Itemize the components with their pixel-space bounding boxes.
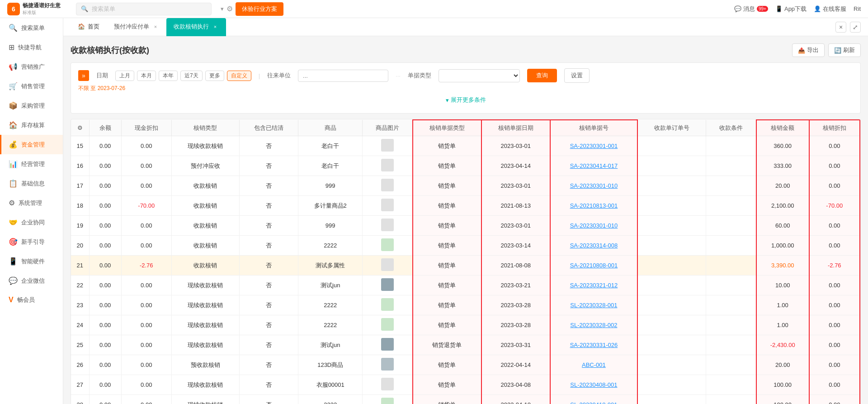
bill-no-link[interactable]: SA-20210813-001 <box>570 202 618 209</box>
table-row: 28 0.00 0.00 现续收款核销 否 2222 销货单 2023-04-1… <box>71 395 860 404</box>
refresh-button[interactable]: 🔄 刷新 <box>828 43 861 57</box>
bill-no-link[interactable]: SA-20230301-010 <box>570 222 618 229</box>
search-bar[interactable]: 🔍 搜索菜单 <box>76 3 212 15</box>
sidebar-item-member[interactable]: V 畅会员 <box>0 290 63 309</box>
tab-expand-button[interactable]: ⤢ <box>850 22 861 33</box>
user-profile[interactable]: Rit <box>854 5 861 12</box>
app-download-button[interactable]: 📱 App下载 <box>775 5 807 13</box>
cell-bill-no[interactable]: SA-20230414-017 <box>550 156 638 176</box>
cell-bill-no[interactable]: SA-20230314-008 <box>550 236 638 256</box>
cell-writeoff-amount: 20.00 <box>756 355 809 375</box>
cell-writeoff-amount: 1,000.00 <box>756 236 809 256</box>
sidebar-item-basic[interactable]: 📋 基础信息 <box>0 174 63 193</box>
cell-bill-report-type: 销货单 <box>413 156 481 176</box>
gear-icon[interactable]: ⚙ <box>226 5 233 13</box>
cell-bill-no[interactable]: SL-20230328-001 <box>550 295 638 315</box>
divider-1: | <box>259 72 260 79</box>
sidebar-item-inventory[interactable]: 🏠 库存核算 <box>0 115 63 135</box>
tab-prepay[interactable]: 预付冲应付单 × <box>107 18 166 36</box>
date-pill-this-year[interactable]: 本年 <box>159 71 178 81</box>
bill-no-link[interactable]: SA-20230321-012 <box>570 282 618 289</box>
messages-button[interactable]: 💬 消息 99+ <box>734 5 768 13</box>
solution-button[interactable]: 休验行业方案 <box>236 2 283 16</box>
sidebar-item-guide[interactable]: 🎯 新手引导 <box>0 232 63 252</box>
cell-bill-no[interactable]: SA-20230301-010 <box>550 216 638 236</box>
cell-bill-no[interactable]: SA-20230301-010 <box>550 176 638 196</box>
col-gear[interactable]: ⚙ <box>71 120 89 136</box>
query-button[interactable]: 查询 <box>527 69 557 82</box>
sidebar-item-hardware[interactable]: 📱 智能硬件 <box>0 252 63 271</box>
sidebar-item-marketing[interactable]: 📢 营销推广 <box>0 57 63 76</box>
cell-bill-date: 2023-03-01 <box>481 176 550 196</box>
tab-prepay-close[interactable]: × <box>152 23 159 30</box>
sidebar-item-business[interactable]: 📊 经营管理 <box>0 154 63 174</box>
cell-bill-no[interactable]: SA-20230321-012 <box>550 276 638 295</box>
tab-close-button[interactable]: × <box>835 22 846 33</box>
cell-bill-no[interactable]: SL-20230328-002 <box>550 315 638 335</box>
cell-writeoff-type: 预付冲应收 <box>171 156 239 176</box>
bill-no-link[interactable]: SA-20230331-026 <box>570 342 618 348</box>
bill-no-link[interactable]: SA-20230301-010 <box>570 182 618 189</box>
sidebar-label-member: 畅会员 <box>17 296 35 304</box>
sidebar-item-system[interactable]: ⚙ 系统管理 <box>0 193 63 213</box>
date-pill-this-month[interactable]: 本月 <box>137 71 156 81</box>
date-pill-more[interactable]: 更多 <box>205 71 224 81</box>
cell-bill-no[interactable]: SA-20210813-001 <box>550 196 638 216</box>
bill-no-link[interactable]: SL-20230328-002 <box>570 322 617 328</box>
cell-included-settled: 否 <box>239 176 298 196</box>
date-pill-last-month[interactable]: 上月 <box>115 71 134 81</box>
collapse-button[interactable]: » <box>78 70 89 81</box>
col-included-settled: 包含已结清 <box>239 120 298 136</box>
cell-bill-no[interactable]: SA-20210808-001 <box>550 256 638 276</box>
tab-home[interactable]: 🏠 首页 <box>71 18 107 36</box>
cell-bill-no[interactable]: SL-20230418-001 <box>550 395 638 404</box>
date-pill-custom[interactable]: 自定义 <box>227 71 251 81</box>
cell-bill-no[interactable]: SA-20230331-026 <box>550 335 638 355</box>
online-service-button[interactable]: 👤 在线客服 <box>814 5 846 13</box>
cell-product: 多计量商品2 <box>298 196 363 216</box>
bill-no-link[interactable]: SL-20230418-001 <box>570 401 617 404</box>
bill-no-link[interactable]: SA-20230414-017 <box>570 162 618 169</box>
settings-button[interactable]: 设置 <box>564 68 590 83</box>
bill-type-select[interactable] <box>439 69 520 82</box>
service-icon: 👤 <box>814 5 821 12</box>
cell-receipt-order-no <box>637 295 706 315</box>
col-writeoff-amount: 核销金额 <box>756 120 809 136</box>
cell-bill-no[interactable]: SA-20230301-001 <box>550 136 638 156</box>
tab-prepay-label: 预付冲应付单 <box>114 23 149 31</box>
sidebar-item-enterprise[interactable]: 🤝 企业协同 <box>0 213 63 232</box>
tab-writeoff[interactable]: 收款核销执行 × <box>166 18 226 36</box>
partner-input[interactable] <box>298 70 388 82</box>
export-button[interactable]: 📤 导出 <box>792 43 825 57</box>
expand-filter-button[interactable]: ▾ 展开更多条件 <box>78 96 853 104</box>
tab-writeoff-close[interactable]: × <box>212 23 219 30</box>
cell-bill-no[interactable]: SL-20230408-001 <box>550 375 638 395</box>
cell-writeoff-discount: 0.00 <box>809 236 860 256</box>
cell-included-settled: 否 <box>239 315 298 335</box>
page-header: 收款核销执行(按收款) 📤 导出 🔄 刷新 <box>71 43 861 57</box>
cell-receipt-condition <box>706 355 756 375</box>
cell-balance: 0.00 <box>89 196 121 216</box>
bill-no-link[interactable]: SA-20230301-001 <box>570 143 618 149</box>
sidebar-item-shortcut[interactable]: ⊞ 快捷导航 <box>0 38 63 57</box>
bill-no-link[interactable]: SA-20230314-008 <box>570 242 618 249</box>
sidebar-item-finance[interactable]: 💰 资金管理 <box>0 135 63 154</box>
cell-receipt-condition <box>706 276 756 295</box>
bill-no-link[interactable]: ABC-001 <box>582 361 606 368</box>
sidebar-item-search[interactable]: 🔍 搜索菜单 <box>0 18 63 38</box>
chevron-down-icon[interactable]: ▾ <box>221 5 224 12</box>
cell-writeoff-type: 现续收款核销 <box>171 295 239 315</box>
cell-bill-no[interactable]: ABC-001 <box>550 355 638 375</box>
sidebar-item-purchase[interactable]: 📦 采购管理 <box>0 96 63 115</box>
bill-no-link[interactable]: SL-20230328-001 <box>570 302 617 309</box>
sidebar-item-sales[interactable]: 🛒 销售管理 <box>0 76 63 96</box>
page-content: 收款核销执行(按收款) 📤 导出 🔄 刷新 » <box>63 36 868 404</box>
cell-writeoff-discount: 0.00 <box>809 216 860 236</box>
cell-balance: 0.00 <box>89 355 121 375</box>
bill-no-link[interactable]: SL-20230408-001 <box>570 381 617 388</box>
cell-receipt-order-no <box>637 236 706 256</box>
tab-bar: 🏠 首页 预付冲应付单 × 收款核销执行 × × ⤢ <box>63 18 868 36</box>
bill-no-link[interactable]: SA-20210808-001 <box>570 262 618 269</box>
date-pill-7days[interactable]: 近7天 <box>180 71 203 81</box>
sidebar-item-wechat[interactable]: 💬 企业微信 <box>0 271 63 290</box>
